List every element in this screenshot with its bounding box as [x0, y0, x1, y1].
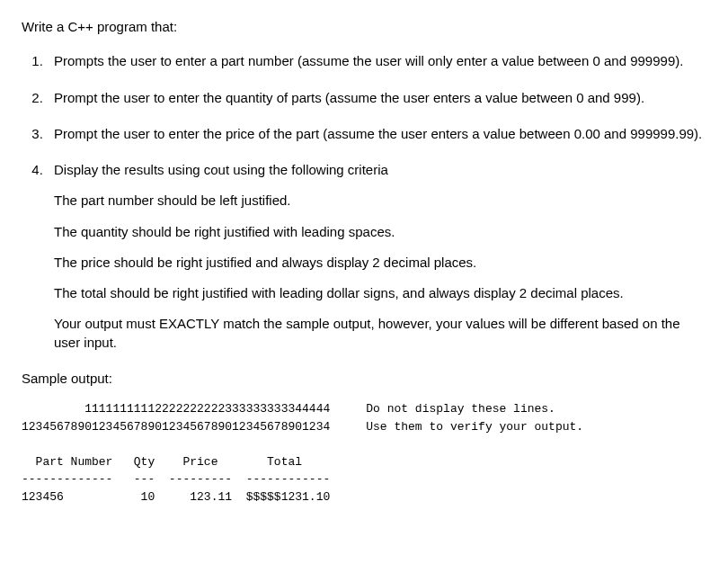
ordered-list: Prompts the user to enter a part number … — [22, 52, 706, 352]
sample-output-label: Sample output: — [22, 370, 706, 388]
output-divider-line: ------------- --- --------- ------------ — [22, 472, 330, 486]
ruler-line-2: 1234567890123456789012345678901234567890… — [22, 420, 330, 434]
list-item-2: Prompt the user to enter the quantity of… — [47, 89, 706, 107]
title: Write a C++ program that: — [22, 18, 706, 36]
list-item-4-text: Display the results using cout using the… — [54, 162, 388, 177]
sub-items: The part number should be left justified… — [54, 192, 706, 352]
ruler-note: Do not display these lines. Use them to … — [366, 400, 583, 435]
list-item-1: Prompts the user to enter a part number … — [47, 52, 706, 70]
ruler-block: 11111111112222222222333333333344444 1234… — [22, 400, 330, 435]
sub-item-4: The total should be right justified with… — [54, 284, 706, 302]
ruler-row: 11111111112222222222333333333344444 1234… — [22, 400, 706, 435]
sub-item-2: The quantity should be right justified w… — [54, 223, 706, 241]
ruler-line-1: 11111111112222222222333333333344444 — [22, 402, 330, 416]
list-item-4: Display the results using cout using the… — [47, 161, 706, 352]
sample-output-block: Part Number Qty Price Total ------------… — [22, 435, 330, 506]
note-line-1: Do not display these lines. — [366, 400, 583, 418]
output-data-line: 123456 10 123.11 $$$$$1231.10 — [22, 490, 330, 504]
sub-item-3: The price should be right justified and … — [54, 254, 706, 272]
output-header-line: Part Number Qty Price Total — [22, 455, 302, 469]
list-item-3: Prompt the user to enter the price of th… — [47, 125, 706, 143]
note-line-2: Use them to verify your output. — [366, 418, 583, 436]
sub-item-1: The part number should be left justified… — [54, 192, 706, 210]
sub-item-5: Your output must EXACTLY match the sampl… — [54, 315, 706, 352]
